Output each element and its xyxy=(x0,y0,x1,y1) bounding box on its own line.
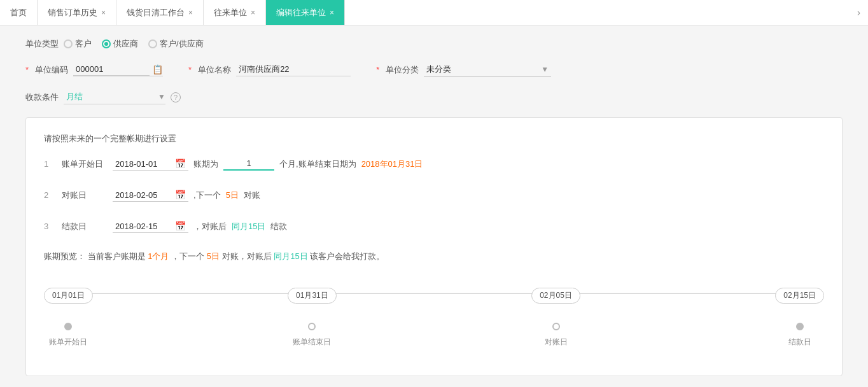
payment-dropdown[interactable]: 月结 ▼ xyxy=(64,90,165,104)
row-1-date-field[interactable] xyxy=(115,159,172,169)
unit-type-label: 单位类型 xyxy=(25,38,59,50)
timeline-node-2: 01月31日 账单结束日 xyxy=(288,288,337,348)
row-2-date-field[interactable] xyxy=(115,190,172,200)
row-1-date-input: 📅 xyxy=(113,157,188,171)
settings-card: 请按照未来的一个完整帐期进行设置 1 账单开始日 📅 账期为 个月,账单结束日期… xyxy=(25,117,843,376)
tab-cash-work-label: 钱货日清工作台 xyxy=(127,7,185,18)
tl-dot-4 xyxy=(796,323,804,330)
period-input[interactable] xyxy=(223,157,274,171)
row-3-suffix: 结款 xyxy=(270,221,287,232)
radio-both-label: 客户/供应商 xyxy=(160,38,204,50)
radio-supplier[interactable]: 供应商 xyxy=(102,38,138,50)
tab-partner[interactable]: 往来单位 × xyxy=(204,0,266,25)
tab-edit-partner-label: 编辑往来单位 xyxy=(276,7,326,18)
category-dropdown[interactable]: 未分类 ▼ xyxy=(424,62,551,77)
row-1-content: 📅 账期为 个月,账单结束日期为 2018年01月31日 xyxy=(113,157,423,171)
row-2-date-input: 📅 xyxy=(113,188,188,202)
tab-partner-label: 往来单位 xyxy=(214,7,247,18)
code-input[interactable] xyxy=(73,63,150,76)
row-1-calendar-icon[interactable]: 📅 xyxy=(175,158,186,169)
preview-before: 当前客户账期是 xyxy=(88,251,146,261)
tl-badge-3: 02月05日 xyxy=(531,288,580,304)
tab-sales-order-history[interactable]: 销售订单历史 × xyxy=(38,0,116,25)
tab-edit-partner-close[interactable]: × xyxy=(330,8,334,17)
preview-text: 账期预览： 当前客户账期是 1个月 ，下一个 5日 对账，对账后 同月15日 该… xyxy=(44,251,824,262)
help-icon[interactable]: ? xyxy=(171,92,181,102)
setting-row-2: 2 对账日 📅 ,下一个 5日 对账 xyxy=(44,188,824,202)
tab-cash-work-close[interactable]: × xyxy=(188,8,193,17)
code-input-wrapper: 📋 xyxy=(73,63,163,76)
radio-supplier-circle xyxy=(102,39,111,48)
code-group: * 单位编码 📋 xyxy=(25,63,163,76)
setting-row-3: 3 结款日 📅 ，对账后 同月15日 结款 xyxy=(44,220,824,233)
setting-row-1: 1 账单开始日 📅 账期为 个月,账单结束日期为 2018年01月31日 xyxy=(44,157,824,171)
radio-supplier-label: 供应商 xyxy=(113,38,138,50)
preview-mid1: ，下一个 xyxy=(171,251,204,261)
tab-partner-close[interactable]: × xyxy=(251,8,255,17)
row-1-num: 1 xyxy=(44,159,62,169)
radio-customer-circle xyxy=(64,39,73,48)
code-calendar-icon[interactable]: 📋 xyxy=(152,64,163,74)
row-3-prefix-highlight: 同月15日 xyxy=(232,221,265,232)
tl-dot-1 xyxy=(64,323,72,330)
row-3-num: 3 xyxy=(44,222,62,231)
card-title: 请按照未来的一个完整帐期进行设置 xyxy=(44,133,824,144)
row-2-prefix: ,下一个 xyxy=(193,190,221,201)
radio-both[interactable]: 客户/供应商 xyxy=(148,38,204,50)
preview-mid2: 对账，对账后 xyxy=(222,251,272,261)
name-label: 单位名称 xyxy=(198,64,231,76)
tl-badge-4: 02月15日 xyxy=(775,288,824,304)
unit-type-row: 单位类型 客户 供应商 客户/供应商 xyxy=(25,38,843,50)
name-group: * 单位名称 xyxy=(188,64,351,76)
timeline-node-3: 02月05日 对账日 xyxy=(531,288,580,348)
radio-group: 客户 供应商 客户/供应商 xyxy=(64,38,204,50)
timeline-node-4: 02月15日 结款日 xyxy=(775,288,824,348)
tl-badge-1: 01月01日 xyxy=(44,288,93,304)
row-3-prefix: ，对账后 xyxy=(193,221,227,232)
radio-both-circle xyxy=(148,39,157,48)
tab-home-label: 首页 xyxy=(10,7,27,18)
preview-label: 账期预览： xyxy=(44,251,85,261)
row-3-date-field[interactable] xyxy=(115,222,172,231)
tl-dot-3 xyxy=(552,323,560,330)
row-2-prefix-highlight: 5日 xyxy=(226,190,239,201)
tab-expand-icon[interactable]: › xyxy=(850,7,868,18)
row-2-calendar-icon[interactable]: 📅 xyxy=(175,190,186,200)
tl-label-1: 账单开始日 xyxy=(49,337,87,348)
tab-sales-order-history-label: 销售订单历史 xyxy=(48,7,97,18)
tab-edit-partner[interactable]: 编辑往来单位 × xyxy=(266,0,345,25)
payment-label: 收款条件 xyxy=(25,92,59,103)
name-required: * xyxy=(188,65,192,74)
row-1-suffix-before: 账期为 xyxy=(193,158,218,170)
row-3-calendar-icon[interactable]: 📅 xyxy=(175,221,186,231)
preview-2: 5日 xyxy=(207,251,220,261)
payment-value: 月结 xyxy=(64,90,155,104)
radio-customer[interactable]: 客户 xyxy=(64,38,92,50)
timeline-nodes: 01月01日 账单开始日 01月31日 账单结束日 02月05日 对账日 xyxy=(44,288,824,348)
category-value: 未分类 xyxy=(426,64,538,75)
payment-row: 收款条件 月结 ▼ ? xyxy=(25,90,843,104)
name-input[interactable] xyxy=(236,64,351,76)
row-2-content: 📅 ,下一个 5日 对账 xyxy=(113,188,260,202)
row-1-suffix-after: 个月,账单结束日期为 xyxy=(279,158,356,170)
code-required: * xyxy=(25,65,29,74)
category-dropdown-arrow: ▼ xyxy=(541,65,549,74)
row-1-label: 账单开始日 xyxy=(62,158,113,170)
tab-cash-work[interactable]: 钱货日清工作台 × xyxy=(116,0,204,25)
preview-1: 1个月 xyxy=(148,251,169,261)
category-group: * 单位分类 未分类 ▼ xyxy=(376,62,551,77)
tab-sales-order-history-close[interactable]: × xyxy=(101,8,106,17)
timeline: 01月01日 账单开始日 01月31日 账单结束日 02月05日 对账日 xyxy=(44,275,824,360)
row-3-date-input: 📅 xyxy=(113,220,188,233)
category-required: * xyxy=(376,65,379,74)
preview-end: 该客户会给我打款。 xyxy=(310,251,384,261)
tab-home[interactable]: 首页 xyxy=(0,0,38,25)
unit-type-group: 单位类型 客户 供应商 客户/供应商 xyxy=(25,38,204,50)
row-2-label: 对账日 xyxy=(62,190,113,201)
tl-label-2: 账单结束日 xyxy=(293,337,331,348)
preview-3: 同月15日 xyxy=(274,251,307,261)
row-2-num: 2 xyxy=(44,190,62,200)
tabs-bar: 首页 销售订单历史 × 钱货日清工作台 × 往来单位 × 编辑往来单位 × › xyxy=(0,0,868,25)
tl-label-3: 对账日 xyxy=(545,337,568,348)
tl-dot-2 xyxy=(308,323,316,330)
